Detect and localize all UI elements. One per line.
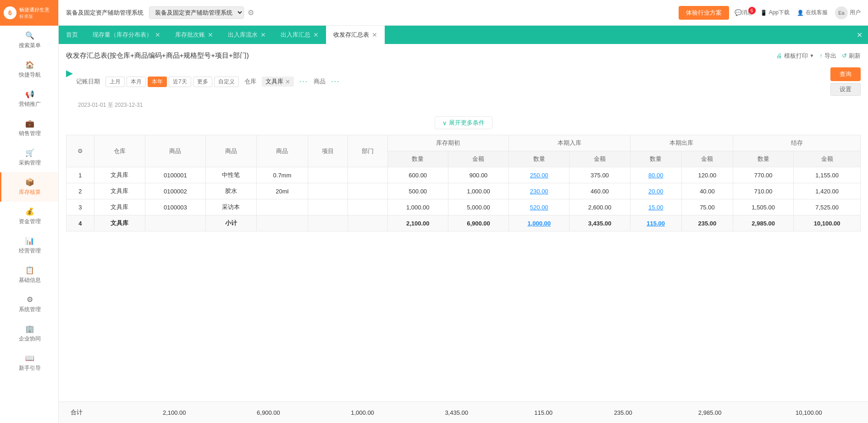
col-in-qty: 数量 xyxy=(509,151,569,167)
user-action[interactable]: Ea 用户 xyxy=(835,6,861,19)
date-btn-more[interactable]: 更多 xyxy=(193,77,212,87)
date-btn-7days[interactable]: 近7天 xyxy=(169,77,191,87)
experience-btn[interactable]: 体验行业方案 xyxy=(679,6,729,20)
refresh-btn[interactable]: ↺ 刷新 xyxy=(842,52,861,60)
row-out-amt: 235.00 xyxy=(681,215,733,231)
tab-close-icon[interactable]: ✕ xyxy=(208,32,213,38)
row-warehouse: 文具库 xyxy=(94,215,145,231)
filter-settings-btn[interactable]: 设置 xyxy=(830,83,861,96)
tab-close-icon[interactable]: ✕ xyxy=(372,32,377,38)
query-btn[interactable]: 查询 xyxy=(830,67,861,81)
row-closing-amt: 1,420.00 xyxy=(794,183,861,199)
tab-batch-ledger[interactable]: 库存批次账✕ xyxy=(168,26,221,44)
row-opening-amt: 6,900.00 xyxy=(448,215,509,231)
row-name: 采访本 xyxy=(206,199,257,215)
system-selector[interactable]: 装备及固定资产辅助管理系统 xyxy=(149,6,244,19)
tab-close-icon[interactable]: ✕ xyxy=(313,32,319,38)
sidebar-item-label: 库存核算 xyxy=(19,188,41,196)
sidebar-item-marketing[interactable]: 📢营销推广 xyxy=(0,84,58,114)
warehouse-dots[interactable]: ··· xyxy=(299,77,308,86)
online-service-action[interactable]: 👤 在线客服 xyxy=(797,9,828,16)
message-action[interactable]: 💬 消息 6 xyxy=(735,9,753,16)
warehouse-tag-close[interactable]: ✕ xyxy=(285,78,290,85)
sidebar: 6 畅捷通好生意 标准版 🔍搜索菜单🏠快捷导航📢营销推广💼销售管理🛒采购管理📦库… xyxy=(0,0,59,423)
row-in-amt: 2,600.00 xyxy=(569,199,630,215)
settings-gear-icon[interactable]: ⚙ xyxy=(248,8,254,17)
tab-stock-flow[interactable]: 出入库流水✕ xyxy=(221,26,273,44)
date-btn-group: 上月 本月 本年 近7天 更多 自定义 xyxy=(105,77,239,87)
date-btn-this-month[interactable]: 本月 xyxy=(127,77,146,87)
sidebar-item-search[interactable]: 🔍搜索菜单 xyxy=(0,26,58,55)
tab-stock-summary[interactable]: 出入库汇总✕ xyxy=(273,26,326,44)
sidebar-item-label: 销售管理 xyxy=(19,130,41,137)
message-icon: 💬 xyxy=(735,9,742,16)
date-btn-last-month[interactable]: 上月 xyxy=(105,77,125,87)
sidebar-item-enterprise[interactable]: 🏢企业协同 xyxy=(0,319,58,348)
tab-close-icon[interactable]: ✕ xyxy=(260,32,266,38)
row-spec: 0.7mm xyxy=(256,167,308,183)
row-out-qty[interactable]: 80.00 xyxy=(630,167,681,183)
row-closing-amt: 7,525.00 xyxy=(794,199,861,215)
col-closing-qty: 数量 xyxy=(733,151,794,167)
col-gear[interactable]: ⚙ xyxy=(66,135,94,167)
tabs-close-btn[interactable]: ✕ xyxy=(851,31,868,39)
tab-stock-dist[interactable]: 现存量（库存分布表）✕ xyxy=(85,26,168,44)
footer-table: 合计 2,100.00 6,900.00 1,000.00 3,435.00 1… xyxy=(66,406,861,419)
row-out-qty[interactable]: 20.00 xyxy=(630,183,681,199)
row-project xyxy=(308,199,348,215)
sidebar-item-label: 经营管理 xyxy=(19,247,41,255)
footer-out-amt: 235.00 xyxy=(583,406,663,419)
expand-btn[interactable]: ∨ 展开更多条件 xyxy=(435,116,492,129)
footer-closing-amt: 10,100.00 xyxy=(757,406,861,419)
row-out-qty[interactable]: 115.00 xyxy=(630,215,681,231)
inventory-icon: 📦 xyxy=(25,178,34,187)
sidebar-item-label: 采购管理 xyxy=(19,159,41,167)
footer-bar: 合计 2,100.00 6,900.00 1,000.00 3,435.00 1… xyxy=(59,401,868,423)
sidebar-item-label: 企业协同 xyxy=(19,335,41,343)
row-out-qty[interactable]: 15.00 xyxy=(630,199,681,215)
logo-icon: 6 xyxy=(4,6,17,19)
sidebar-item-sales[interactable]: 💼销售管理 xyxy=(0,114,58,143)
row-in-qty[interactable]: 1,000.00 xyxy=(509,215,569,231)
row-in-qty[interactable]: 250.00 xyxy=(509,167,569,183)
footer-closing-qty: 2,985.00 xyxy=(663,406,757,419)
export-btn[interactable]: ↑ 导出 xyxy=(820,52,837,60)
row-index: 4 xyxy=(66,215,94,231)
sidebar-item-operations[interactable]: 📊经营管理 xyxy=(0,231,58,260)
purchase-icon: 🛒 xyxy=(25,148,34,157)
page-title-row: 收发存汇总表(按仓库+商品编码+商品+规格型号+项目+部门) 🖨 模板打印 ▼ … xyxy=(66,51,861,60)
row-in-qty[interactable]: 230.00 xyxy=(509,183,569,199)
tab-home[interactable]: 首页 xyxy=(59,26,85,44)
sidebar-menu: 🔍搜索菜单🏠快捷导航📢营销推广💼销售管理🛒采购管理📦库存核算💰资金管理📊经营管理… xyxy=(0,26,58,423)
row-project xyxy=(308,167,348,183)
tab-stock-report[interactable]: 收发存汇总表✕ xyxy=(326,26,385,44)
sidebar-item-basic-info[interactable]: 📋基础信息 xyxy=(0,260,58,290)
sidebar-item-purchase[interactable]: 🛒采购管理 xyxy=(0,143,58,172)
row-in-qty[interactable]: 520.00 xyxy=(509,199,569,215)
app-download-action[interactable]: 📱 App下载 xyxy=(760,9,790,16)
footer-opening-amt: 6,900.00 xyxy=(221,406,315,419)
sidebar-item-label: 资金管理 xyxy=(19,218,41,225)
row-index: 3 xyxy=(66,199,94,215)
date-btn-custom[interactable]: 自定义 xyxy=(214,77,239,87)
row-in-amt: 375.00 xyxy=(569,167,630,183)
warehouse-filter-row: 仓库 文具库 ✕ ··· 商品 ··· xyxy=(244,77,825,87)
row-opening-amt: 900.00 xyxy=(448,167,509,183)
sidebar-item-quick-nav[interactable]: 🏠快捷导航 xyxy=(0,55,58,84)
filter-toggle-btn[interactable]: ▶ xyxy=(66,68,72,78)
date-btn-this-year[interactable]: 本年 xyxy=(148,77,167,87)
sidebar-item-system[interactable]: ⚙系统管理 xyxy=(0,290,58,319)
template-print-btn[interactable]: 🖨 模板打印 ▼ xyxy=(776,52,814,60)
row-index: 2 xyxy=(66,183,94,199)
expand-bar: ∨ 展开更多条件 xyxy=(66,116,861,129)
tabs-bar: 首页现存量（库存分布表）✕库存批次账✕出入库流水✕出入库汇总✕收发存汇总表✕✕ xyxy=(59,26,868,44)
sidebar-item-guide[interactable]: 📖新手引导 xyxy=(0,348,58,378)
tab-label: 现存量（库存分布表） xyxy=(93,31,152,39)
row-warehouse: 文具库 xyxy=(94,183,145,199)
tab-label: 收发存汇总表 xyxy=(333,31,369,39)
goods-dots[interactable]: ··· xyxy=(331,77,340,86)
sidebar-item-inventory[interactable]: 📦库存核算 xyxy=(0,172,58,202)
row-index: 1 xyxy=(66,167,94,183)
sidebar-item-finance[interactable]: 💰资金管理 xyxy=(0,202,58,231)
tab-close-icon[interactable]: ✕ xyxy=(155,32,160,38)
